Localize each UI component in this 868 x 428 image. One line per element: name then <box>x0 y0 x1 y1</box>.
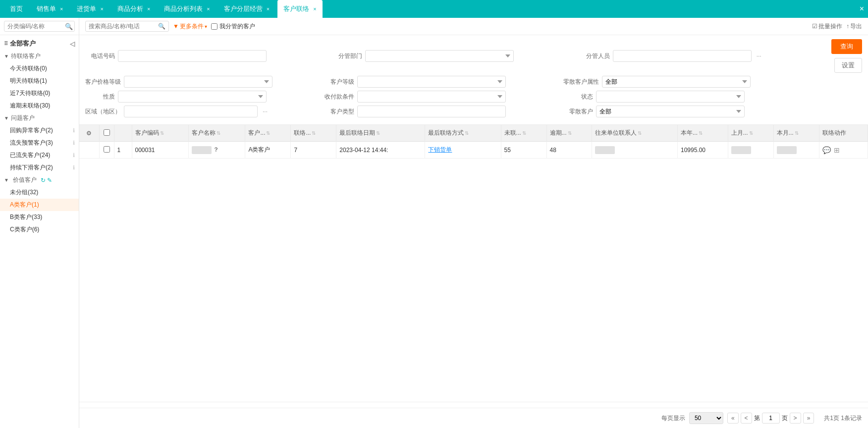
edit-group-icon[interactable]: ✎ <box>47 177 52 184</box>
customer-type-input[interactable] <box>357 106 506 117</box>
search-button[interactable]: 🔍 <box>158 23 165 30</box>
first-page-button[interactable]: « <box>727 413 739 424</box>
next-page-button[interactable]: > <box>790 413 801 424</box>
sidebar-search-input[interactable] <box>4 21 75 32</box>
row-check-cell <box>99 142 114 159</box>
sidebar-item-today-pending[interactable]: 今天待联络(0) <box>0 62 79 75</box>
tab-home[interactable]: 首页 <box>4 0 29 18</box>
phone-input[interactable] <box>118 50 267 62</box>
tab-goods-analysis[interactable]: 商品分析 × <box>111 0 156 18</box>
col-category[interactable]: 客户...⇅ <box>245 125 291 142</box>
col-rownum <box>114 125 132 142</box>
manager-input[interactable] <box>613 50 752 62</box>
refresh-icon[interactable]: ↻ <box>41 177 46 184</box>
row-name-cell: ？ <box>188 142 245 159</box>
sidebar-item-churned[interactable]: 已流失客户(24) ℹ <box>0 149 79 161</box>
row-checkbox[interactable] <box>104 146 110 153</box>
group-problem-customers[interactable]: ▼ 问题客户 <box>0 112 79 124</box>
sidebar-item-class-a[interactable]: A类客户(1) <box>0 199 79 211</box>
group-value-customers[interactable]: ▼ 价值客户 ↻ ✎ <box>0 174 79 186</box>
last-page-button[interactable]: » <box>803 413 814 424</box>
region-more-dots[interactable]: ··· <box>261 108 270 115</box>
close-customer-contact-tab[interactable]: × <box>313 6 316 12</box>
export-button[interactable]: ↑ 导出 <box>846 22 862 31</box>
sidebar-item-repurchase-abnormal[interactable]: 回购异常客户(2) ℹ <box>0 124 79 137</box>
sidebar-collapse-icon[interactable]: ◁ <box>70 40 75 48</box>
filter-row-4: 区域（地区） ··· 客户类型 零散客户 全部 <box>85 106 862 117</box>
sidebar-item-7days-pending[interactable]: 近7天待联络(0) <box>0 87 79 100</box>
payment-terms-select[interactable] <box>357 91 506 103</box>
filter-row-3: 性质 收付款条件 状态 <box>85 91 862 103</box>
col-last-month[interactable]: 上月...⇅ <box>728 125 773 142</box>
horizontal-scrollbar[interactable] <box>79 402 868 408</box>
all-customers-label[interactable]: 全部客户 <box>10 39 36 48</box>
tab-purchase[interactable]: 进货单 × <box>71 0 109 18</box>
sidebar-item-overdue-contact[interactable]: 逾期未联络(30) <box>0 100 79 112</box>
nature-field: 性质 <box>85 91 321 103</box>
last-method-link[interactable]: 下销货单 <box>428 146 452 153</box>
settings-button[interactable]: 设置 <box>834 58 862 73</box>
filter-bar: 🔍 ▼ 更多条件 ▾ 我分管的客户 ☑ 批量操作 ↑ 导出 <box>79 18 868 35</box>
top-nav: 首页 销售单 × 进货单 × 商品分析 × 商品分析列表 × 客户分层经营 × … <box>0 0 868 18</box>
price-tier-select[interactable] <box>124 76 272 88</box>
close-purchase-tab[interactable]: × <box>100 6 103 12</box>
batch-operation-button[interactable]: ☑ 批量操作 <box>812 22 842 31</box>
customer-tier-select[interactable] <box>357 76 506 88</box>
col-unit-contacts[interactable]: 往来单位联系人⇅ <box>592 125 678 142</box>
search-input[interactable] <box>89 23 158 30</box>
manager-more-dots[interactable]: ··· <box>755 53 763 59</box>
sidebar-item-tomorrow-pending[interactable]: 明天待联络(1) <box>0 75 79 87</box>
chat-action-icon[interactable]: 💬 <box>822 146 831 154</box>
sidebar-item-declining[interactable]: 持续下滑客户(2) ℹ <box>0 161 79 174</box>
close-goods-analysis-tab[interactable]: × <box>147 6 150 12</box>
nature-select[interactable] <box>118 91 267 103</box>
filter-icon: ▼ <box>173 23 179 30</box>
sidebar-item-churn-warning[interactable]: 流失预警客户(3) ℹ <box>0 137 79 149</box>
my-customers-check[interactable] <box>211 23 217 30</box>
close-customer-tier-tab[interactable]: × <box>267 6 270 12</box>
sidebar-search-icon[interactable]: 🔍 <box>65 23 73 30</box>
close-goods-analysis-list-tab[interactable]: × <box>207 6 210 12</box>
my-customers-checkbox[interactable]: 我分管的客户 <box>211 22 255 31</box>
retail-customer-label: 零散客户 <box>563 107 593 116</box>
retail-customer-select[interactable]: 全部 <box>596 106 745 117</box>
sidebar-item-class-b[interactable]: B类客户(33) <box>0 211 79 223</box>
close-sales-tab[interactable]: × <box>60 6 63 12</box>
filter-row-2: 客户价格等级 客户等级 零散客户属性 全部 <box>85 76 862 88</box>
col-this-year[interactable]: 本年...⇅ <box>677 125 728 142</box>
col-contacts[interactable]: 联络...⇅ <box>291 125 336 142</box>
tab-customer-contact[interactable]: 客户联络 × <box>277 0 322 18</box>
col-this-month[interactable]: 本月...⇅ <box>773 125 819 142</box>
col-last-contact-method[interactable]: 最后联络方式⇅ <box>425 125 501 142</box>
sidebar-item-class-c[interactable]: C类客户(6) <box>0 223 79 236</box>
tab-goods-analysis-list[interactable]: 商品分析列表 × <box>158 0 216 18</box>
col-code[interactable]: 客户编码⇅ <box>132 125 188 142</box>
page-number-input[interactable] <box>762 413 780 424</box>
per-page-select[interactable]: 2050100 <box>689 412 723 424</box>
col-name[interactable]: 客户名称⇅ <box>188 125 245 142</box>
grid-action-icon[interactable]: ⊞ <box>834 146 840 154</box>
tab-customer-tier[interactable]: 客户分层经营 × <box>218 0 275 18</box>
col-settings[interactable]: ⚙ <box>79 125 99 142</box>
close-all-button[interactable]: × <box>860 4 864 13</box>
sidebar-item-ungrouped[interactable]: 未分组(32) <box>0 186 79 199</box>
dept-select[interactable] <box>365 50 514 62</box>
region-input[interactable] <box>124 106 258 117</box>
query-button[interactable]: 查询 <box>831 39 862 54</box>
sort-last-month: ⇅ <box>749 130 753 136</box>
row-action-cell: 💬 ⊞ <box>819 142 868 159</box>
col-overdue[interactable]: 逾期...⇅ <box>546 125 592 142</box>
group-pending-contact[interactable]: ▼ 待联络客户 <box>0 50 79 62</box>
prev-page-button[interactable]: < <box>741 413 752 424</box>
query-button-area: 查询 设置 <box>827 39 862 73</box>
select-all-checkbox[interactable] <box>104 129 110 136</box>
retail-attr-select[interactable]: 全部 <box>602 76 751 88</box>
tab-sales[interactable]: 销售单 × <box>31 0 69 18</box>
status-select[interactable] <box>596 91 745 103</box>
sort-overdue: ⇅ <box>568 130 572 136</box>
col-not-contact[interactable]: 未联...⇅ <box>501 125 546 142</box>
col-last-contact-date[interactable]: 最后联络日期⇅ <box>336 125 425 142</box>
more-conditions-button[interactable]: ▼ 更多条件 ▾ <box>173 22 207 31</box>
row-num-cell: 1 <box>114 142 132 159</box>
total-records-text: 共1页 1条记录 <box>824 414 862 423</box>
